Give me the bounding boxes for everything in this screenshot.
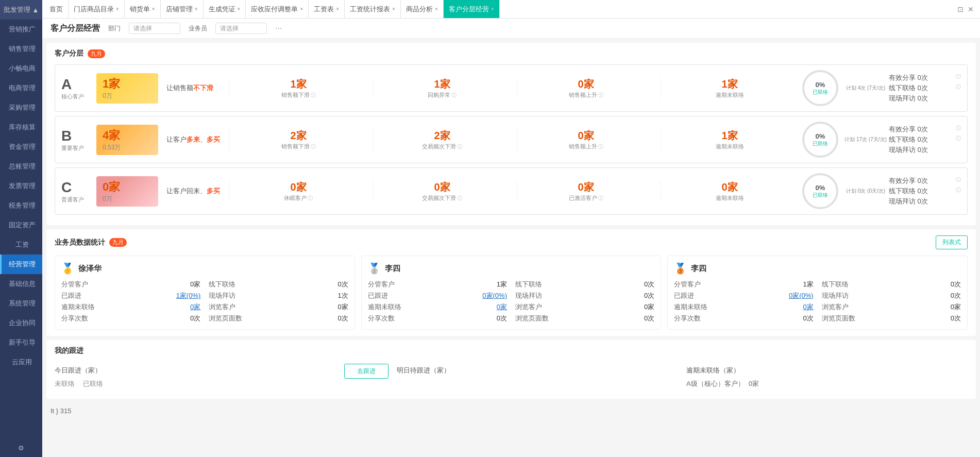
tier-c-stat-0-label: 休眠客户 ⓘ — [234, 194, 363, 202]
tab-voucher-close[interactable]: × — [238, 6, 241, 12]
tab-customer-tier-close[interactable]: × — [491, 6, 494, 12]
sidebar-item-jcxx[interactable]: 基础信息 — [0, 274, 42, 294]
tab-payroll-report-label: 工资统计报表 — [350, 5, 390, 14]
tier-a-right: 有效分享 0次ⓘ 线下联络 0次ⓘ 现场拜访 0次 — [889, 73, 961, 103]
tier-b-gauge-label: 已联络 — [813, 140, 828, 147]
tab-payroll-report[interactable]: 工资统计报表 × — [345, 0, 401, 18]
sidebar-item-yyyp[interactable]: 云应用 — [0, 352, 42, 372]
customer-tier-header: 客户分层 九月 — [55, 49, 968, 58]
tier-c-stat-3[interactable]: 0家 逾期未联络 — [661, 180, 798, 202]
sidebar-item-xsyd[interactable]: 新手引导 — [0, 333, 42, 352]
tab-payroll[interactable]: 工资表 × — [309, 0, 345, 18]
tier-a-stat-3[interactable]: 1家 逾期未联络 — [661, 77, 798, 99]
sidebar-item-qyxt[interactable]: 企业协同 — [0, 313, 42, 333]
followup-section-header: 我的跟进 — [55, 346, 968, 356]
sidebar-top: 批发管理 ▲ — [0, 0, 42, 20]
page-title: 客户分层经营 — [50, 23, 100, 34]
staff-card-1-stat-2: 已跟进 0家(0%) — [368, 291, 507, 300]
tab-restore-icon[interactable]: ⊡ — [957, 5, 964, 13]
tab-adjustment[interactable]: 应收应付调整单 × — [246, 0, 309, 18]
tier-a-count: 1家 — [103, 76, 152, 92]
sidebar-item-swgl[interactable]: 税务管理 — [0, 196, 42, 215]
tier-a-stat-1-num: 1家 — [378, 77, 506, 91]
tier-c-name: 普通客户 — [61, 196, 92, 204]
staff-card-0: 🥇 徐泽华 分管客户 0家 线下联络 0次 已跟进 — [55, 256, 355, 330]
tier-a-stat-1[interactable]: 1家 回购异常 ⓘ — [373, 77, 511, 99]
tab-store-products-close[interactable]: × — [116, 6, 119, 12]
tier-a-gauge-label: 已联络 — [813, 89, 828, 96]
sidebar-item-dscgl[interactable]: 电商管理 — [0, 78, 42, 98]
staff-card-2-stat-5: 浏览客户 0家 — [822, 302, 961, 312]
tier-c-right-row-1: 线下联络 0次ⓘ — [889, 187, 961, 196]
sidebar-expand-icon[interactable]: ▲ — [32, 6, 39, 14]
sidebar-item-xtgl[interactable]: 系统管理 — [0, 294, 42, 313]
tier-c-letter: C — [61, 179, 92, 196]
tier-c-right-row-2: 现场拜访 0次 — [889, 197, 961, 206]
tab-home[interactable]: 首页 — [44, 0, 69, 18]
tier-b-stat-0-num: 2家 — [234, 129, 363, 143]
staff-card-0-stat-4: 逾期未联络 0家 — [61, 302, 200, 312]
tab-payroll-close[interactable]: × — [336, 6, 339, 12]
tab-customer-tier[interactable]: 客户分层经营 × — [444, 0, 500, 18]
tab-adjustment-close[interactable]: × — [300, 6, 303, 12]
tier-b-gauge-pct: 0% — [816, 132, 825, 140]
tier-c-count: 0家 — [103, 179, 152, 195]
tier-c-stats: 0家 休眠客户 ⓘ 0家 交易频次下滑 ⓘ 0家 已激活客户 ⓘ 0家 逾期未联… — [229, 180, 798, 202]
more-filter-btn[interactable]: ··· — [275, 24, 282, 33]
tier-c-stat-1[interactable]: 0家 交易频次下滑 ⓘ — [373, 180, 511, 202]
sidebar-item-cggl[interactable]: 采购管理 — [0, 98, 42, 117]
dept-select[interactable]: 请选择 — [129, 23, 180, 34]
staff-card-0-stat-7: 浏览页面数 0次 — [209, 314, 348, 323]
tab-store-products-label: 门店商品目录 — [74, 5, 114, 14]
goto-followup-btn[interactable]: 去跟进 — [344, 364, 388, 379]
tier-c-count-box[interactable]: 0家 0万 — [96, 176, 158, 207]
tier-a-count-box[interactable]: 1家 0万 — [96, 73, 158, 104]
tier-b-stat-1[interactable]: 2家 交易频次下滑 ⓘ — [373, 129, 511, 150]
tier-c-stat-1-label: 交易频次下滑 ⓘ — [378, 194, 506, 202]
sidebar-item-xsgl[interactable]: 销售管理 — [0, 39, 42, 59]
tier-b-count-box[interactable]: 4家 0.53万 — [96, 125, 158, 155]
staff-card-0-stat-6: 分享次数 0次 — [61, 314, 200, 323]
staff-section: 业务员数据统计 九月 列表式 🥇 徐泽华 分管客户 0家 — [46, 229, 976, 336]
tab-shop-close[interactable]: × — [195, 6, 198, 12]
tier-c-stat-2[interactable]: 0家 已激活客户 ⓘ — [517, 180, 654, 202]
staff-card-0-badge: 🥇 — [61, 262, 74, 275]
tier-b-label: B 重要客户 — [61, 128, 92, 152]
tier-b-stats: 2家 销售额下滑 ⓘ 2家 交易频次下滑 ⓘ 0家 销售额上升 ⓘ 1家 逾期未… — [229, 129, 798, 150]
tab-close-all-icon[interactable]: ✕ — [968, 5, 974, 13]
sidebar-item-kchs[interactable]: 库存核算 — [0, 117, 42, 137]
sidebar-item-jygl[interactable]: 经营管理 — [0, 255, 42, 274]
tier-b-stat-0[interactable]: 2家 销售额下滑 ⓘ — [229, 129, 367, 150]
staff-card-2-stat-7: 浏览页面数 0次 — [822, 314, 961, 323]
tab-payroll-report-close[interactable]: × — [392, 6, 395, 12]
tab-sales-close[interactable]: × — [152, 6, 155, 12]
staff-select[interactable]: 请选择 — [215, 23, 267, 34]
sidebar-settings[interactable]: ⚙ — [0, 439, 42, 457]
list-view-btn[interactable]: 列表式 — [936, 235, 968, 249]
sidebar-top-label: 批发管理 — [4, 5, 30, 14]
tab-shop[interactable]: 店铺管理 × — [161, 0, 204, 18]
sidebar-item-fpgl[interactable]: 发票管理 — [0, 176, 42, 196]
tier-b-stat-2[interactable]: 0家 销售额上升 ⓘ — [517, 129, 654, 150]
tab-product-analysis[interactable]: 商品分析 × — [401, 0, 444, 18]
tab-store-products[interactable]: 门店商品目录 × — [69, 0, 125, 18]
tier-c-stat-2-label: 已激活客户 ⓘ — [521, 194, 650, 202]
settings-icon: ⚙ — [18, 444, 24, 452]
tier-c-stat-0[interactable]: 0家 休眠客户 ⓘ — [229, 180, 367, 202]
tier-a-stat-0[interactable]: 1家 销售额下滑 ⓘ — [229, 77, 367, 99]
sidebar-item-zjgl[interactable]: 资金管理 — [0, 137, 42, 157]
tier-a-right-row-0: 有效分享 0次ⓘ — [889, 73, 961, 82]
tab-product-analysis-close[interactable]: × — [435, 6, 438, 12]
sidebar-item-gdzy[interactable]: 固定资产 — [0, 215, 42, 235]
tier-c-label: C 普通客户 — [61, 179, 92, 204]
tier-b-stat-3[interactable]: 1家 逾期未联络 — [661, 129, 798, 150]
sidebar-item-zzgl[interactable]: 总账管理 — [0, 157, 42, 176]
sidebar-item-yxtg[interactable]: 营销推广 — [0, 20, 42, 39]
sidebar-item-gz[interactable]: 工资 — [0, 235, 42, 255]
tab-voucher[interactable]: 生成凭证 × — [204, 0, 246, 18]
tab-voucher-label: 生成凭证 — [209, 5, 235, 14]
sidebar-item-xcdsc[interactable]: 小畅电商 — [0, 59, 42, 78]
tier-a-stat-2[interactable]: 0家 销售额上升 ⓘ — [517, 77, 654, 99]
tier-c-right: 有效分享 0次ⓘ 线下联络 0次ⓘ 现场拜访 0次 — [889, 176, 961, 206]
tab-sales[interactable]: 销货单 × — [125, 0, 161, 18]
